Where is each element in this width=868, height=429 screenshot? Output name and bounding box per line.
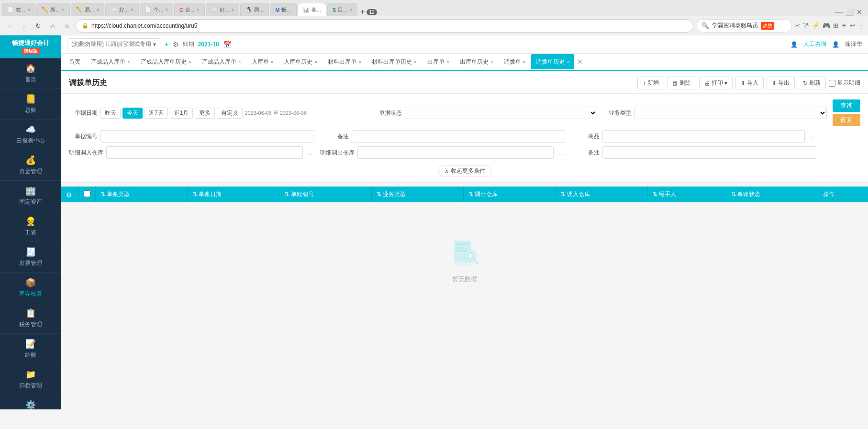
- tab-close-3[interactable]: ×: [96, 7, 99, 12]
- sidebar-item-home[interactable]: 🏠 首页: [0, 58, 61, 89]
- refresh-browser-btn[interactable]: ↻: [33, 20, 44, 32]
- export-btn[interactable]: ⬇ 导出: [767, 77, 795, 89]
- sidebar-item-invoice[interactable]: 🧾 发票管理: [0, 242, 61, 273]
- browser-tab-8[interactable]: 🐧 腾...: [240, 3, 269, 16]
- tab2-close[interactable]: ×: [189, 59, 191, 65]
- username[interactable]: 徐泽华: [845, 40, 862, 48]
- star-btn[interactable]: ☆: [61, 20, 73, 32]
- show-full-checkbox[interactable]: [829, 80, 835, 87]
- tab11-close[interactable]: ×: [567, 59, 569, 65]
- goods-picker-btn[interactable]: ...: [808, 133, 816, 140]
- forward-btn[interactable]: ›: [18, 20, 30, 32]
- sidebar-item-funds[interactable]: 💰 资金管理: [0, 150, 61, 181]
- browser-tab-6[interactable]: C 企... ×: [174, 3, 205, 16]
- type-select[interactable]: [634, 107, 827, 119]
- browser-tab-9[interactable]: M 畅...: [270, 3, 296, 16]
- doc-no-input[interactable]: [100, 130, 314, 143]
- sort-date-icon[interactable]: ⇅: [192, 191, 197, 198]
- company-selector[interactable]: (勿删勿禁用) 江西服宝测试专用 ▾: [67, 38, 160, 50]
- sidebar-logo[interactable]: 畅捷通好会计 旗舰版: [0, 35, 61, 58]
- sidebar-item-ledger[interactable]: 📒 总账: [0, 89, 61, 120]
- new-btn[interactable]: + 新增: [637, 77, 664, 89]
- import-btn[interactable]: ⬆ 导入: [735, 77, 764, 89]
- app-tab-6[interactable]: 材料出库单 ×: [323, 54, 366, 69]
- tab-close-1[interactable]: ×: [27, 7, 30, 12]
- print-btn[interactable]: 🖨 打印 ▾: [699, 77, 733, 89]
- app-tab-8[interactable]: 出库单 ×: [423, 54, 454, 69]
- tab3-close[interactable]: ×: [238, 59, 241, 65]
- sidebar-item-tax[interactable]: 📋 税务管理: [0, 303, 61, 334]
- sort-to-icon[interactable]: ⇅: [560, 191, 565, 198]
- app-tab-9[interactable]: 出库单历史 ×: [455, 54, 498, 69]
- home-btn[interactable]: ⌂: [47, 20, 58, 32]
- service-label[interactable]: 人工咨询: [803, 40, 826, 48]
- select-all-checkbox[interactable]: [84, 190, 90, 197]
- app-tab-10[interactable]: 调拨单 ×: [499, 54, 531, 69]
- browser-tab-7[interactable]: ☁️ 好... ×: [206, 3, 239, 16]
- sidebar-item-cloud-report[interactable]: ☁️ 云报表中心: [0, 120, 61, 150]
- goods-input[interactable]: [602, 130, 805, 143]
- date-custom[interactable]: 自定义: [217, 108, 243, 119]
- tab1-close[interactable]: ×: [127, 59, 130, 65]
- date-more[interactable]: 更多: [195, 108, 215, 119]
- collapse-btn[interactable]: ∧ 收起更多条件: [438, 165, 491, 176]
- date-today[interactable]: 今天: [122, 108, 143, 119]
- tab9-close[interactable]: ×: [490, 59, 493, 65]
- tab6-close[interactable]: ×: [358, 59, 361, 65]
- tab-close-11[interactable]: ×: [349, 7, 352, 12]
- status-select[interactable]: [405, 107, 597, 119]
- tab-close-2[interactable]: ×: [62, 7, 65, 12]
- menu-btn[interactable]: ⋮: [858, 22, 864, 29]
- browser-tab-2[interactable]: ✏️ 新... ×: [36, 3, 70, 16]
- browser-tab-3[interactable]: ✏️ 易... ×: [71, 3, 104, 16]
- sidebar-item-assets[interactable]: 🏢 固定资产: [0, 181, 61, 211]
- app-tab-5[interactable]: 入库单历史 ×: [279, 54, 322, 69]
- browser-tab-11[interactable]: S 目... ×: [327, 3, 357, 16]
- tab10-close[interactable]: ×: [523, 59, 526, 65]
- refresh-btn[interactable]: ↻ 刷新: [798, 77, 826, 89]
- tab8-close[interactable]: ×: [446, 59, 449, 65]
- search-btn[interactable]: 查询: [833, 99, 860, 112]
- close-btn[interactable]: ✕: [857, 8, 862, 16]
- remark-input[interactable]: [352, 130, 566, 143]
- sort-icon[interactable]: ⇅: [100, 191, 105, 198]
- sidebar-item-inventory[interactable]: 📦 库存核算: [0, 273, 61, 303]
- tab7-close[interactable]: ×: [414, 59, 417, 65]
- maximize-btn[interactable]: ⬜: [846, 8, 854, 16]
- browser-tab-10[interactable]: 📊 各...: [298, 3, 326, 16]
- date-1month[interactable]: 近1月: [170, 108, 193, 119]
- sort-status-icon[interactable]: ⇅: [731, 191, 736, 198]
- app-tab-2[interactable]: 产成品入库单历史 ×: [136, 54, 196, 69]
- tab4-close[interactable]: ×: [271, 59, 274, 65]
- sidebar-item-salary[interactable]: 👷 工资: [0, 211, 61, 242]
- app-tab-home[interactable]: 首页: [64, 54, 85, 69]
- to-warehouse-picker-btn[interactable]: ...: [556, 149, 565, 156]
- calendar-icon[interactable]: 📅: [223, 41, 231, 48]
- sidebar-item-settings[interactable]: ⚙️ 基础设置: [0, 395, 61, 409]
- sort-from-icon[interactable]: ⇅: [468, 191, 473, 198]
- note-input[interactable]: [602, 146, 816, 159]
- browser-tab-5[interactable]: 📄 个... ×: [140, 3, 173, 16]
- sort-biz-icon[interactable]: ⇅: [377, 191, 381, 198]
- sort-handler-icon[interactable]: ⇅: [653, 191, 657, 198]
- tab-close-all-icon[interactable]: ✕: [577, 58, 583, 66]
- date-yesterday[interactable]: 昨天: [100, 108, 121, 119]
- th-check[interactable]: [78, 187, 95, 202]
- app-tab-3[interactable]: 产成品入库单 ×: [197, 54, 246, 69]
- app-tab-11[interactable]: 调拨单历史 ×: [531, 54, 574, 69]
- tab-close-6[interactable]: ×: [197, 7, 200, 12]
- th-gear[interactable]: ⚙: [61, 187, 78, 202]
- minimize-btn[interactable]: —: [835, 8, 843, 16]
- sidebar-item-close[interactable]: 📝 结账: [0, 334, 61, 364]
- browser-tab-4[interactable]: ☁️ 好... ×: [105, 3, 139, 16]
- from-warehouse-input[interactable]: [106, 146, 303, 159]
- setting-btn[interactable]: 设置: [833, 114, 860, 126]
- app-tab-7[interactable]: 材料出库单历史 ×: [367, 54, 422, 69]
- sort-no-icon[interactable]: ⇅: [284, 191, 289, 198]
- to-warehouse-input[interactable]: [357, 146, 554, 159]
- delete-btn[interactable]: 🗑 删除: [667, 77, 696, 89]
- from-warehouse-picker-btn[interactable]: ...: [306, 149, 314, 156]
- tab-close-7[interactable]: ×: [231, 7, 234, 12]
- browser-tab-1[interactable]: 📄 在... ×: [2, 3, 35, 16]
- app-tab-4[interactable]: 入库单 ×: [247, 54, 278, 69]
